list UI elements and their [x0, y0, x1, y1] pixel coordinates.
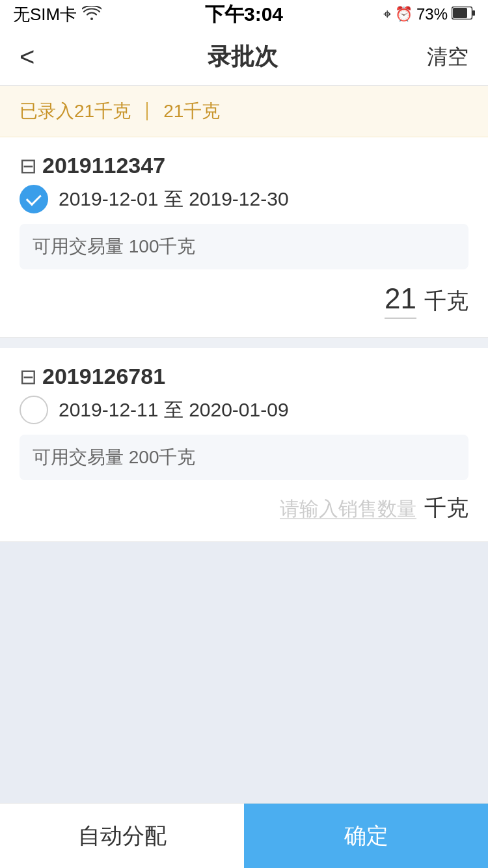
svg-rect-1	[472, 10, 475, 16]
batch-1-amount-underline: 21	[385, 282, 416, 319]
clear-button[interactable]: 清空	[427, 43, 468, 72]
batch-2-date-row: 2019-12-11 至 2020-01-09	[20, 396, 468, 424]
info-banner: 已录入21千克 21千克	[0, 86, 488, 137]
battery-text: 73%	[416, 5, 448, 23]
batch-1-radio[interactable]	[20, 185, 48, 213]
page-title: 录批次	[208, 41, 278, 73]
batch-2-placeholder[interactable]: 请输入销售数量	[280, 498, 416, 519]
location-icon: ⌖	[383, 6, 391, 23]
section-separator	[0, 338, 488, 348]
batch-2-radio[interactable]	[20, 396, 48, 424]
total-amount: 21千克	[163, 99, 220, 124]
auto-distribute-button[interactable]: 自动分配	[0, 804, 244, 868]
wifi-icon	[82, 5, 102, 25]
batch-1-id: 2019112347	[42, 153, 165, 178]
doc-icon-1: ⊟	[20, 154, 37, 178]
status-carrier: 无SIM卡	[13, 3, 102, 26]
batch-2-input-row: 请输入销售数量 千克	[0, 480, 488, 542]
batch-2-unit: 千克	[424, 493, 468, 523]
batch-2-id: 2019126781	[42, 364, 165, 389]
batch-2-availability: 可用交易量 200千克	[20, 435, 468, 480]
batch-1-unit: 千克	[424, 286, 468, 316]
carrier-text: 无SIM卡	[13, 3, 77, 26]
alarm-icon: ⏰	[395, 6, 413, 23]
batch-card-2: ⊟ 2019126781 2019-12-11 至 2020-01-09 可用交…	[0, 348, 488, 542]
status-time: 下午3:04	[205, 1, 283, 28]
batch-1-availability: 可用交易量 100千克	[20, 224, 468, 269]
batch-1-amount[interactable]: 21	[385, 282, 416, 314]
doc-icon-2: ⊟	[20, 364, 37, 389]
bottom-bar: 自动分配 确定	[0, 803, 488, 868]
empty-area	[0, 542, 488, 815]
svg-rect-2	[453, 8, 467, 18]
batch-1-date: 2019-12-01 至 2019-12-30	[59, 186, 289, 213]
batch-card-1: ⊟ 2019112347 2019-12-01 至 2019-12-30 可用交…	[0, 137, 488, 338]
status-right: ⌖ ⏰ 73%	[383, 5, 475, 23]
batch-1-header: ⊟ 2019112347	[20, 153, 468, 178]
batch-2-date: 2019-12-11 至 2020-01-09	[59, 397, 289, 424]
batch-1-amount-row: 21 千克	[0, 269, 488, 338]
status-bar: 无SIM卡 下午3:04 ⌖ ⏰ 73%	[0, 0, 488, 29]
batch-1-date-row: 2019-12-01 至 2019-12-30	[20, 185, 468, 213]
batch-item-2: ⊟ 2019126781 2019-12-11 至 2020-01-09 可用交…	[0, 348, 488, 480]
batch-item-1: ⊟ 2019112347 2019-12-01 至 2019-12-30 可用交…	[0, 137, 488, 269]
back-button[interactable]: <	[20, 42, 59, 72]
banner-divider	[146, 102, 148, 120]
batch-2-input-container: 请输入销售数量	[280, 496, 416, 519]
recorded-amount: 已录入21千克	[20, 99, 131, 124]
batch-2-header: ⊟ 2019126781	[20, 364, 468, 389]
battery-icon	[452, 5, 475, 23]
nav-bar: < 录批次 清空	[0, 29, 488, 86]
confirm-button[interactable]: 确定	[244, 804, 488, 868]
